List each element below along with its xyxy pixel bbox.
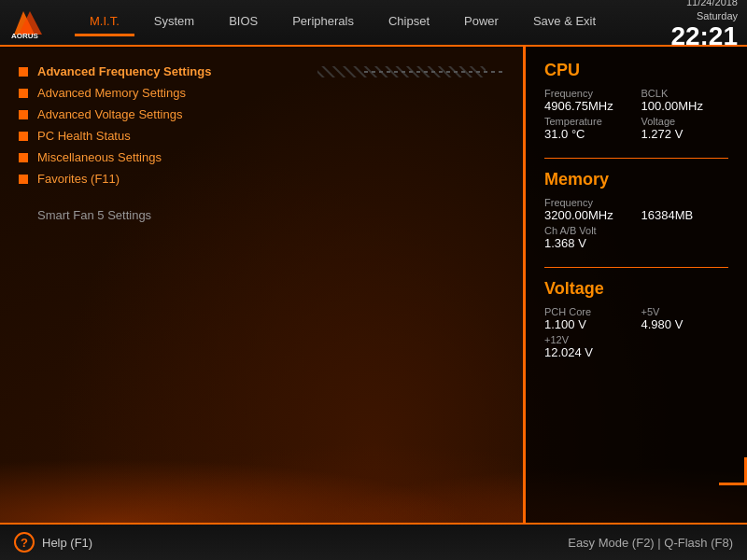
- voltage-grid: PCH Core 1.100 V +5V 4.980 V +12V 12.024…: [544, 306, 728, 359]
- qflash-label[interactable]: Q-Flash (F8): [664, 536, 733, 550]
- cpu-section: CPU Frequency 4906.75MHz BCLK 100.00MHz …: [544, 61, 728, 141]
- menu-item-frequency[interactable]: Advanced Frequency Settings: [19, 61, 504, 82]
- cpu-title: CPU: [544, 61, 728, 80]
- bullet-icon: [19, 67, 28, 77]
- cpu-bclk: BCLK 100.00MHz: [641, 88, 729, 113]
- logo: AORUS: [9, 4, 65, 41]
- plus12v: +12V 12.024 V: [544, 334, 632, 359]
- main-content: Advanced Frequency Settings Advanced Mem…: [0, 47, 747, 523]
- footer: ? Help (F1) Easy Mode (F2) | Q-Flash (F8…: [0, 523, 747, 560]
- memory-title: Memory: [544, 170, 728, 189]
- smart-fan-label: Smart Fan 5 Settings: [37, 208, 151, 222]
- bullet-icon: [19, 110, 28, 119]
- mem-volt: Ch A/B Volt 1.368 V: [544, 225, 632, 250]
- tab-bios[interactable]: BIOS: [214, 8, 273, 36]
- tab-save-exit[interactable]: Save & Exit: [518, 8, 611, 36]
- voltage-title: Voltage: [544, 279, 728, 299]
- bullet-icon: [19, 175, 28, 184]
- bullet-icon: [19, 132, 28, 141]
- menu-item-misc[interactable]: Miscellaneous Settings: [19, 147, 504, 168]
- bullet-icon: [19, 153, 28, 162]
- right-panel: CPU Frequency 4906.75MHz BCLK 100.00MHz …: [523, 47, 747, 523]
- menu-item-health[interactable]: PC Health Status: [19, 125, 504, 147]
- footer-right: Easy Mode (F2) | Q-Flash (F8): [568, 536, 733, 550]
- menu-item-voltage[interactable]: Advanced Voltage Settings: [19, 104, 504, 125]
- left-panel: Advanced Frequency Settings Advanced Mem…: [0, 47, 523, 523]
- memory-grid: Frequency 3200.00MHz 16384MB Ch A/B Volt…: [544, 197, 728, 250]
- tab-chipset[interactable]: Chipset: [374, 8, 444, 36]
- menu-item-favorites[interactable]: Favorites (F11): [19, 168, 504, 189]
- svg-rect-4: [317, 66, 486, 77]
- pch-core: PCH Core 1.100 V: [544, 306, 632, 331]
- mem-size: 16384MB: [641, 197, 729, 222]
- help-icon: ?: [14, 532, 35, 553]
- divider-1: [544, 158, 728, 159]
- smart-fan-item[interactable]: Smart Fan 5 Settings: [37, 208, 504, 222]
- tab-system[interactable]: System: [139, 8, 209, 36]
- menu-item-label: Advanced Memory Settings: [37, 86, 186, 100]
- menu-item-label: Advanced Frequency Settings: [37, 64, 211, 78]
- date-display: 11/24/2018: [670, 0, 738, 9]
- cpu-temp: Temperature 31.0 °C: [544, 116, 632, 141]
- cpu-grid: Frequency 4906.75MHz BCLK 100.00MHz Temp…: [544, 88, 728, 141]
- help-label[interactable]: Help (F1): [42, 536, 92, 550]
- cpu-freq-label: Frequency 4906.75MHz: [544, 88, 632, 113]
- menu-item-label: Favorites (F11): [37, 172, 120, 186]
- time-display: 22:21: [670, 23, 738, 49]
- datetime: 11/24/2018 Saturday 22:21: [670, 0, 738, 49]
- footer-left: ? Help (F1): [14, 532, 92, 553]
- cpu-voltage: Voltage 1.272 V: [641, 116, 729, 141]
- svg-text:AORUS: AORUS: [11, 32, 39, 39]
- tab-power[interactable]: Power: [449, 8, 514, 36]
- bullet-icon: [19, 89, 28, 98]
- corner-decoration: [719, 457, 747, 485]
- menu-item-memory[interactable]: Advanced Memory Settings: [19, 82, 504, 104]
- header: AORUS M.I.T. System BIOS Peripherals Chi…: [0, 0, 747, 47]
- voltage-section: Voltage PCH Core 1.100 V +5V 4.980 V +12…: [544, 279, 728, 359]
- tab-mit[interactable]: M.I.T.: [75, 8, 134, 36]
- tab-peripherals[interactable]: Peripherals: [277, 8, 369, 36]
- memory-section: Memory Frequency 3200.00MHz 16384MB Ch A…: [544, 170, 728, 250]
- menu-item-label: PC Health Status: [37, 129, 131, 143]
- menu-item-label: Advanced Voltage Settings: [37, 107, 182, 121]
- mem-freq: Frequency 3200.00MHz: [544, 197, 632, 222]
- divider-2: [544, 267, 728, 268]
- nav-tabs: M.I.T. System BIOS Peripherals Chipset P…: [75, 8, 670, 36]
- easy-mode-label[interactable]: Easy Mode (F2): [568, 536, 654, 550]
- menu-item-label: Miscellaneous Settings: [37, 150, 162, 164]
- plus5v: +5V 4.980 V: [641, 306, 729, 331]
